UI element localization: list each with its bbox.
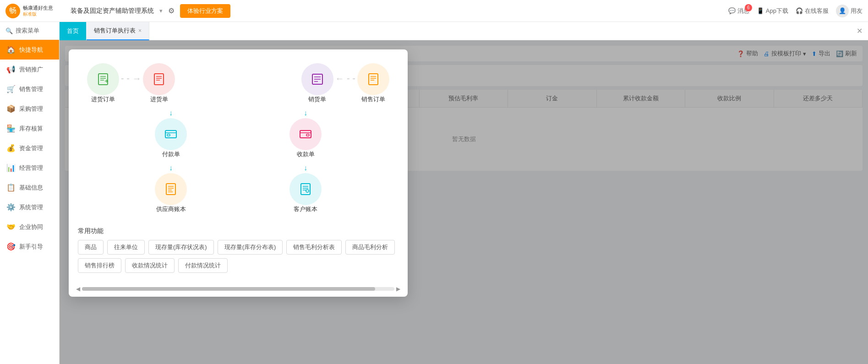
flow-row-2: ↓ 付款单 ↓ [87,108,389,158]
receipt-bill-circle[interactable] [289,118,322,150]
title-dropdown-icon[interactable]: ▾ [159,7,163,14]
sidebar-item-finance[interactable]: 💰 资金管理 [0,138,59,158]
user-area[interactable]: 👤 用友 [836,5,863,17]
svg-rect-12 [369,74,378,85]
newbie-icon: 🎯 [6,242,16,251]
tab-sales-order[interactable]: 销售订单执行表 × [87,22,149,40]
common-btn-sales-margin[interactable]: 销售毛利分析表 [286,240,342,255]
flow-node-supplier-col: ↓ 供应商账本 [155,163,187,213]
enterprise-icon: 🤝 [6,223,16,231]
system-icon: ⚙️ [6,203,16,212]
close-all-tabs-btn[interactable]: ✕ [851,27,868,35]
tab-home[interactable]: 首页 [60,22,87,40]
sidebar-item-operations[interactable]: 📊 经营管理 [0,158,59,178]
download-icon: 📱 [757,7,764,14]
payment-bill-label: 付款单 [162,150,180,158]
scroll-left-icon[interactable]: ◀ [76,286,80,292]
flow-node-receipt-col: ↓ 收款单 [289,108,322,158]
service-icon: 🎧 [796,7,803,14]
tab-close-icon[interactable]: × [138,27,142,34]
purchase-icon: 📦 [6,104,16,113]
payment-bill-circle[interactable] [155,118,187,150]
inventory-icon: 🏪 [6,124,16,133]
common-btn-sales-rank[interactable]: 销售排行榜 [78,258,121,273]
common-btn-inventory-status[interactable]: 现存量(库存状况表) [148,240,214,255]
common-functions-section: 常用功能 商品 往来单位 现存量(库存状况表) 现存量(库存分布表) 销售毛利分… [69,227,408,280]
purchase-bill-circle [143,63,175,95]
common-btn-counterparty[interactable]: 往来单位 [107,240,145,255]
sidebar-item-marketing[interactable]: 📢 营销推广 [0,60,59,79]
trial-button[interactable]: 体验行业方案 [180,4,230,18]
online-service-btn[interactable]: 🎧 在线客服 [796,7,829,15]
scrollbar-track[interactable] [82,287,394,291]
sales-bill-circle [301,63,333,95]
sidebar-item-basic-info[interactable]: 📋 基础信息 [0,178,59,197]
svg-rect-0 [98,74,108,85]
common-title: 常用功能 [78,227,399,235]
svg-rect-22 [166,184,175,195]
system-title: 装备及固定资产辅助管理系统 [71,7,154,15]
purchase-order-label: 进货订单 [91,95,115,103]
customer-ledger-circle[interactable] [289,173,322,205]
sidebar-item-enterprise[interactable]: 🤝 企业协同 [0,217,59,237]
flow-row-3: ↓ 供应商账本 ↓ [87,163,389,213]
common-btn-receipt-stats[interactable]: 收款情况统计 [125,258,175,273]
flow-node-purchase-bill[interactable]: 进货单 [143,63,175,103]
scroll-right-icon[interactable]: ▶ [396,286,400,292]
sidebar-search[interactable]: 🔍 搜索菜单 [0,22,59,40]
finance-icon: 💰 [6,144,16,152]
common-btn-product-margin[interactable]: 商品毛利分析 [345,240,395,255]
sidebar-item-system[interactable]: ⚙️ 系统管理 [0,197,59,217]
flow-node-sales-bill[interactable]: 销货单 [301,63,333,103]
common-btn-product[interactable]: 商品 [78,240,104,255]
logo-area: 畅 畅康通好生意 标准版 [5,4,65,18]
arrow-down-customer: ↓ [304,164,307,172]
flow-node-purchase-order[interactable]: 进货订单 [87,63,119,103]
sidebar-item-newbie[interactable]: 🎯 新手引导 [0,237,59,256]
arrow-down-receipt: ↓ [304,109,307,117]
settings-icon[interactable]: ⚙ [168,6,175,15]
svg-rect-18 [167,134,170,136]
sales-order-circle [357,63,389,95]
avatar: 👤 [836,5,849,17]
flow-modal: 进货订单 - - → 进货单 [69,49,408,297]
basic-info-icon: 📋 [6,183,16,192]
receipt-bill-label: 收款单 [297,150,315,158]
sidebar-item-purchase[interactable]: 📦 采购管理 [0,99,59,119]
flow-diagram: 进货订单 - - → 进货单 [69,49,408,227]
customer-ledger-label: 客户账本 [294,205,317,213]
flow-node-customer-col: ↓ 客户账本 [289,163,322,213]
scrollbar-thumb[interactable] [82,287,375,291]
message-btn[interactable]: 💬 消息 6 [728,7,749,15]
sidebar-item-inventory[interactable]: 🏪 库存核算 [0,119,59,138]
sales-icon: 🛒 [6,85,16,93]
modal-scrollbar[interactable]: ◀ ▶ [69,286,408,292]
sidebar-item-sales[interactable]: 🛒 销售管理 [0,79,59,99]
arrow-1: - - → [121,73,141,94]
flow-row-1: 进货订单 - - → 进货单 [87,63,389,103]
search-icon: 🔍 [5,27,13,34]
message-badge: 6 [745,4,752,11]
sales-bill-label: 销货单 [308,95,326,103]
sales-order-label: 销售订单 [361,95,385,103]
arrow-down-payment: ↓ [169,109,173,117]
svg-rect-27 [301,184,310,195]
svg-rect-21 [306,134,309,136]
common-btn-inventory-dist[interactable]: 现存量(库存分布表) [218,240,283,255]
supplier-ledger-label: 供应商账本 [156,205,186,213]
flow-node-payment-col: ↓ 付款单 [155,108,187,158]
sidebar-item-quick-nav[interactable]: 🏠 快捷导航 [0,40,59,60]
common-buttons-row-2: 销售排行榜 收款情况统计 付款情况统计 [78,258,399,273]
logo-text: 畅康通好生意 标准版 [23,5,53,17]
common-btn-payment-stats[interactable]: 付款情况统计 [178,258,228,273]
flow-node-sales-order[interactable]: 销售订单 [357,63,389,103]
operations-icon: 📊 [6,163,16,172]
common-buttons-row-1: 商品 往来单位 现存量(库存状况表) 现存量(库存分布表) 销售毛利分析表 商品… [78,240,399,255]
home-icon: 🏠 [6,45,16,54]
app-download-btn[interactable]: 📱 App下载 [757,7,788,15]
modal-overlay: 进货订单 - - → 进货单 [60,40,868,364]
supplier-ledger-circle[interactable] [155,173,187,205]
svg-rect-4 [154,74,164,85]
message-icon: 💬 [728,7,736,14]
purchase-bill-label: 进货单 [150,95,168,103]
